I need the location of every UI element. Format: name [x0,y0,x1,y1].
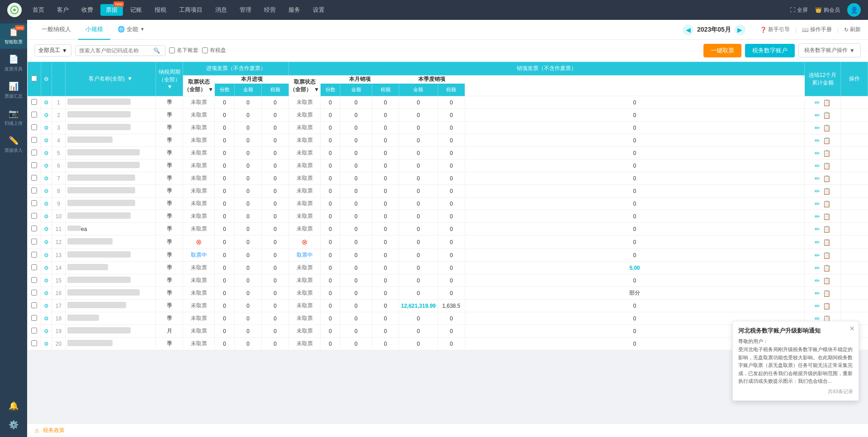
copy-icon[interactable]: 📋 [823,213,830,220]
one-key-tax-button[interactable]: 一键取票 [703,44,741,57]
nav-operation[interactable]: 经营 [259,4,281,16]
row-checkbox[interactable] [28,96,41,109]
copy-icon[interactable]: 📋 [823,188,830,195]
vip-button[interactable]: 👑 购会员 [815,6,840,14]
row-checkbox[interactable] [28,122,41,134]
fullscreen-button[interactable]: ⛶ 全屏 [790,6,808,14]
user-avatar[interactable]: 👤 [847,3,861,17]
select-all-checkbox[interactable] [31,75,37,81]
tax-digital-ops-button[interactable]: 税务数字账户操作 ▼ [798,43,861,57]
edit-icon[interactable]: ✏ [815,239,820,246]
edit-icon[interactable]: ✏ [815,162,820,169]
copy-icon[interactable]: 📋 [823,290,830,297]
copy-icon[interactable]: 📋 [823,226,830,233]
row-settings[interactable]: ⚙ [41,210,52,223]
edit-icon[interactable]: ✏ [815,137,820,144]
row-checkbox[interactable] [28,134,41,147]
copy-icon[interactable]: 📋 [823,264,830,272]
row-settings[interactable]: ⚙ [41,249,52,262]
row-settings[interactable]: ⚙ [41,160,52,172]
sidebar-item-invoice-open[interactable]: 📄 发票开具 [0,51,27,76]
sidebar-item-settings[interactable]: ⚙️ [7,416,20,433]
row-settings[interactable]: ⚙ [41,223,52,235]
nav-business[interactable]: 工商项目 [174,4,208,16]
edit-icon[interactable]: ✏ [815,112,820,119]
edit-icon[interactable]: ✏ [815,99,820,106]
row-settings[interactable]: ⚙ [41,185,52,197]
sidebar-item-scan-upload[interactable]: 📷 扫描上传 [0,105,27,130]
out-status-filter[interactable]: ▼ [314,86,319,93]
refresh-link[interactable]: ↻ 刷新 [844,26,861,33]
row-settings[interactable]: ⚙ [41,172,52,185]
nav-service[interactable]: 服务 [283,4,306,16]
tab-all[interactable]: 🌐 全能 ▼ [110,20,152,40]
sidebar-item-notification[interactable]: 🔔 [7,397,20,414]
row-checkbox[interactable] [28,210,41,223]
edit-icon[interactable]: ✏ [815,264,820,272]
edit-icon[interactable]: ✏ [815,188,820,195]
row-settings[interactable]: ⚙ [41,109,52,122]
row-checkbox[interactable] [28,160,41,172]
in-status-filter[interactable]: ▼ [208,86,213,93]
nav-client[interactable]: 客户 [52,4,74,16]
row-settings[interactable]: ⚙ [41,235,52,249]
copy-icon[interactable]: 📋 [823,112,830,119]
row-settings[interactable]: ⚙ [41,122,52,134]
copy-icon[interactable]: 📋 [823,162,830,169]
tab-small-scale[interactable]: 小规模 [78,20,110,40]
next-month-button[interactable]: ▶ [735,24,745,35]
prev-month-button[interactable]: ◀ [683,24,693,35]
row-settings[interactable]: ⚙ [41,96,52,109]
nav-message[interactable]: 消息 [210,4,232,16]
row-checkbox[interactable] [28,338,41,350]
nav-accounting[interactable]: 记账 [125,4,147,16]
nav-settings[interactable]: 设置 [307,4,330,16]
edit-icon[interactable]: ✏ [815,302,820,310]
edit-icon[interactable]: ✏ [815,175,820,182]
row-settings[interactable]: ⚙ [41,134,52,147]
client-filter-icon[interactable]: ▼ [127,75,132,82]
row-checkbox[interactable] [28,223,41,235]
search-input[interactable] [79,47,151,54]
period-filter-icon[interactable]: ▼ [167,84,173,90]
row-checkbox[interactable] [28,300,41,312]
edit-icon[interactable]: ✏ [815,124,820,132]
search-icon[interactable]: 🔍 [153,47,160,54]
row-settings[interactable]: ⚙ [41,274,52,287]
manual-link[interactable]: 📖 操作手册 [802,26,832,33]
copy-icon[interactable]: 📋 [823,175,830,182]
copy-icon[interactable]: 📋 [823,239,830,246]
accounts-checkbox[interactable]: 名下账套 [169,47,198,54]
tax-disk-checkbox[interactable]: 有税盘 [202,47,226,54]
row-checkbox[interactable] [28,249,41,262]
copy-icon[interactable]: 📋 [823,99,830,106]
sidebar-item-invoice-summary[interactable]: 📊 票据汇总 [0,78,27,103]
row-settings[interactable]: ⚙ [41,338,52,350]
row-checkbox[interactable] [28,109,41,122]
row-checkbox[interactable] [28,312,41,325]
in-take-status-header[interactable]: 取票状态（全部） ▼ [183,75,215,96]
row-checkbox[interactable] [28,185,41,197]
row-settings[interactable]: ⚙ [41,262,52,274]
copy-icon[interactable]: 📋 [823,302,830,310]
row-settings[interactable]: ⚙ [41,325,52,338]
sidebar-item-smart-invoice[interactable]: 📋 智能取票 new [0,23,27,49]
nav-home[interactable]: 首页 [27,4,50,16]
row-settings[interactable]: ⚙ [41,287,52,300]
edit-icon[interactable]: ✏ [815,213,820,220]
row-checkbox[interactable] [28,147,41,160]
edit-icon[interactable]: ✏ [815,277,820,284]
row-checkbox[interactable] [28,274,41,287]
row-checkbox[interactable] [28,172,41,185]
new-guide-link[interactable]: ❓ 新手引导 [760,26,790,33]
row-checkbox[interactable] [28,262,41,274]
row-settings[interactable]: ⚙ [41,147,52,160]
employee-filter[interactable]: 全部员工 ▼ [34,44,71,56]
row-checkbox[interactable] [28,197,41,210]
copy-icon[interactable]: 📋 [823,252,830,259]
nav-invoice[interactable]: 票据 new [100,4,123,16]
tab-general-taxpayer[interactable]: 一般纳税人 [34,20,78,40]
row-settings[interactable]: ⚙ [41,312,52,325]
row-checkbox[interactable] [28,235,41,249]
client-name-header[interactable]: 客户名称(全部) ▼ [66,62,156,96]
